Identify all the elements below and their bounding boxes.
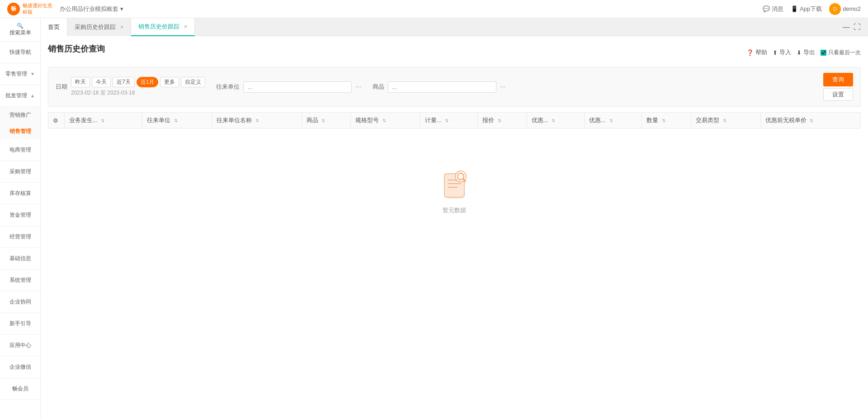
purchase-history-close-icon[interactable]: × [120, 24, 123, 30]
th-trade-type-label: 交易类型 [696, 117, 719, 124]
th-discount2[interactable]: 优惠... ⇅ [585, 113, 642, 128]
sidebar-item-finance[interactable]: 资金管理 [0, 204, 40, 226]
tab-actions: — ⛶ [843, 23, 868, 31]
th-counterpart-name[interactable]: 往来单位名称 ⇅ [212, 113, 302, 128]
tab-sales-history[interactable]: 销售历史价跟踪 × [131, 18, 195, 36]
minimize-icon[interactable]: — [843, 23, 850, 31]
enterprise-coop-label: 企业协同 [9, 298, 31, 306]
th-product[interactable]: 商品 ⇅ [302, 113, 351, 128]
top-right: 💬 消息 📱 App下载 D demo2 [763, 3, 861, 15]
th-discount1[interactable]: 优惠... ⇅ [527, 113, 584, 128]
app-selector[interactable]: 办公用品行业模拟账套 ▾ [56, 3, 127, 15]
date-btn-yesterday[interactable]: 昨天 [71, 77, 90, 87]
th-counterpart[interactable]: 往来单位 ⇅ [142, 113, 212, 128]
maximize-icon[interactable]: ⛶ [854, 23, 861, 31]
logo-abbr: 畅 [11, 5, 16, 13]
counterpart-input[interactable] [243, 81, 352, 93]
sidebar-item-purchase[interactable]: 采购管理 [0, 161, 40, 183]
app-selector-label: 办公用品行业模拟账套 [60, 5, 118, 13]
search-menu-label: 🔍 [17, 23, 24, 29]
query-button[interactable]: 查询 [823, 73, 853, 86]
logo-line2: 标版 [23, 9, 52, 15]
message-button[interactable]: 💬 消息 [763, 5, 783, 13]
sales-mgmt-label: 销售管理 [9, 128, 31, 135]
tab-home[interactable]: 首页 [41, 18, 67, 36]
th-unit[interactable]: 计量... ⇅ [420, 113, 477, 128]
th-quote[interactable]: 报价 ⇅ [478, 113, 527, 128]
help-button[interactable]: ❓ 帮助 [746, 48, 767, 57]
operation-label: 经营管理 [9, 233, 31, 241]
basic-info-label: 基础信息 [9, 255, 31, 262]
column-settings-icon[interactable]: ⚙ [53, 117, 58, 124]
sidebar-item-search-menu[interactable]: 🔍 搜索菜单 [0, 18, 40, 42]
product-input[interactable] [388, 81, 496, 93]
sidebar-item-wholesale[interactable]: 批发管理 ▲ [0, 85, 40, 107]
th-trade-type[interactable]: 交易类型 ⇅ [691, 113, 761, 128]
date-btn-7days[interactable]: 近7天 [113, 77, 135, 87]
date-buttons: 昨天 今天 近7天 近1月 更多 自定义 [71, 77, 205, 87]
th-pre-tax[interactable]: 优惠前无税单价 ⇅ [760, 113, 860, 128]
sidebar-item-system[interactable]: 系统管理 [0, 270, 40, 291]
sidebar-item-ecommerce[interactable]: 电商管理 [0, 139, 40, 161]
sidebar-item-inventory[interactable]: 库存核算 [0, 183, 40, 204]
date-filter-group: 日期 昨天 今天 近7天 近1月 更多 自定义 2023-02-18 至 202… [56, 77, 205, 97]
page-content: 销售历史价查询 ❓ 帮助 ⬆ 导入 ⬇ 导出 [41, 36, 868, 418]
sidebar-item-enterprise-coop[interactable]: 企业协同 [0, 291, 40, 313]
sort-icon-trade-type: ⇅ [723, 118, 726, 123]
date-btn-1month[interactable]: 近1月 [137, 77, 159, 87]
message-label: 消息 [772, 5, 783, 13]
sidebar-item-operation[interactable]: 经营管理 [0, 226, 40, 248]
sidebar: 🔍 搜索菜单 快捷导航 零售管理 ▼ 批发管理 ▲ 营销推广 销售管理 电商管理… [0, 18, 41, 418]
date-btn-more[interactable]: 更多 [160, 77, 179, 87]
sidebar-item-enterprise-wechat[interactable]: 企业微信 [0, 356, 40, 378]
sales-history-close-icon[interactable]: × [184, 24, 187, 30]
sort-icon-spec: ⇅ [382, 118, 386, 123]
tab-purchase-history[interactable]: 采购历史价跟踪 × [67, 18, 131, 36]
sidebar-item-retail[interactable]: 零售管理 ▼ [0, 63, 40, 85]
top-left: 畅 畅捷通好生意 标版 办公用品行业模拟账套 ▾ [7, 3, 127, 15]
product-dots-icon[interactable]: ··· [500, 83, 506, 91]
sidebar-item-quick-nav[interactable]: 快捷导航 [0, 42, 40, 63]
logo-line1: 畅捷通好生意 [23, 3, 52, 9]
th-counterpart-name-label: 往来单位名称 [217, 117, 252, 124]
tab-bar: 首页 采购历史价跟踪 × 销售历史价跟踪 × — ⛶ [41, 18, 868, 36]
th-quantity[interactable]: 数量 ⇅ [642, 113, 691, 128]
help-label: 帮助 [755, 48, 767, 57]
filter-row: 日期 昨天 今天 近7天 近1月 更多 自定义 2023-02-18 至 202… [56, 73, 853, 101]
filter-actions: 查询 设置 [823, 73, 853, 101]
sidebar-item-new-guide[interactable]: 新手引导 [0, 313, 40, 335]
sort-icon-counterpart-name: ⇅ [255, 118, 259, 123]
sidebar-item-app-center[interactable]: 应用中心 [0, 335, 40, 356]
th-biz-date[interactable]: 业务发生... ⇅ [65, 113, 142, 128]
counterpart-filter-label: 往来单位 [216, 83, 240, 91]
settings-button[interactable]: 设置 [823, 88, 853, 101]
only-last-input[interactable] [821, 50, 826, 56]
sidebar-item-basic-info[interactable]: 基础信息 [0, 248, 40, 270]
help-icon: ❓ [746, 49, 754, 56]
sort-icon-quote: ⇅ [498, 118, 501, 123]
import-button[interactable]: ⬆ 导入 [773, 48, 791, 57]
toolbar-right: ❓ 帮助 ⬆ 导入 ⬇ 导出 只看最后一次 [746, 48, 861, 57]
date-btn-custom[interactable]: 自定义 [181, 77, 205, 87]
content-area: 首页 采购历史价跟踪 × 销售历史价跟踪 × — ⛶ 销售历史价查询 [41, 18, 868, 418]
counterpart-dots-icon[interactable]: ··· [355, 83, 361, 91]
app-download-button[interactable]: 📱 App下载 [791, 5, 822, 13]
logo-icon: 畅 [7, 3, 20, 15]
date-filter-label: 日期 [56, 83, 67, 91]
th-spec[interactable]: 规格型号 ⇅ [351, 113, 420, 128]
sidebar-item-vip[interactable]: 畅会员 [0, 378, 40, 400]
wholesale-arrow: ▲ [30, 93, 35, 98]
th-settings[interactable]: ⚙ [48, 113, 65, 128]
user-profile[interactable]: D demo2 [829, 3, 861, 15]
enterprise-wechat-label: 企业微信 [9, 363, 31, 371]
th-counterpart-label: 往来单位 [147, 117, 170, 124]
purchase-history-tab-label: 采购历史价跟踪 [75, 23, 116, 31]
ecommerce-label: 电商管理 [9, 146, 31, 154]
export-button[interactable]: ⬇ 导出 [797, 48, 815, 57]
counterpart-filter-group: 往来单位 ··· [216, 81, 361, 93]
only-last-checkbox[interactable]: 只看最后一次 [821, 49, 861, 57]
sidebar-item-sales-mgmt[interactable]: 销售管理 [0, 123, 40, 139]
sidebar-item-marketing[interactable]: 营销推广 [0, 107, 40, 123]
purchase-label: 采购管理 [9, 168, 31, 176]
date-btn-today[interactable]: 今天 [92, 77, 111, 87]
